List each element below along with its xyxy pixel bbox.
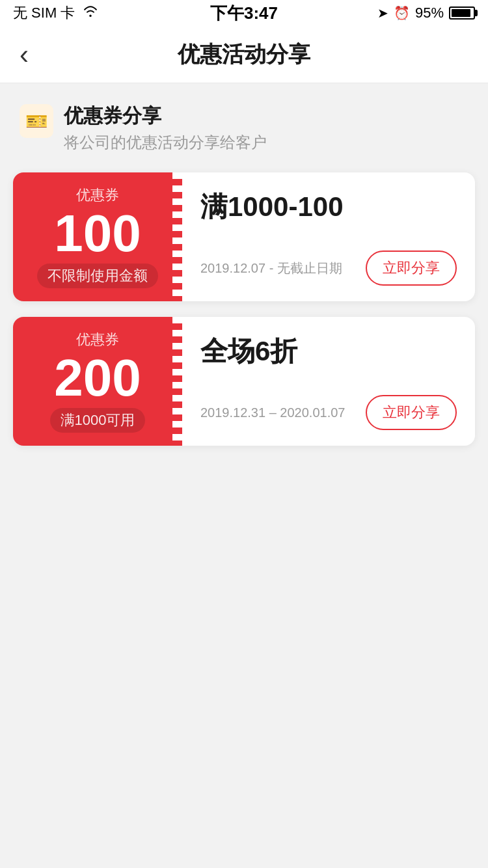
section-header: 🎫 优惠券分享 将公司的优惠活动分享给客户	[0, 83, 488, 166]
coupon-bottom-1: 2019.12.07 - 无截止日期 立即分享	[200, 251, 457, 286]
section-icon: 🎫	[20, 104, 53, 138]
coupon-list: 优惠券 100 不限制使用金额 满1000-100 2019.12.07 - 无…	[0, 166, 488, 474]
bottom-empty-area	[0, 474, 488, 865]
back-button[interactable]: ‹	[20, 39, 29, 70]
battery-icon	[449, 7, 475, 20]
coupon-left-section: 优惠券 100 不限制使用金额	[13, 172, 182, 301]
carrier-text: 无 SIM 卡	[13, 3, 75, 23]
status-time: 下午3:47	[210, 2, 278, 25]
coupon-date-2: 2019.12.31 – 2020.01.07	[200, 405, 359, 420]
wifi-icon	[81, 5, 100, 21]
coupon-date-1: 2019.12.07 - 无截止日期	[200, 260, 359, 277]
coupon-amount-2: 200	[54, 352, 141, 404]
coupon-condition-1: 不限制使用金额	[37, 264, 158, 288]
share-button-2[interactable]: 立即分享	[366, 395, 457, 430]
coupon-card: 优惠券 100 不限制使用金额 满1000-100 2019.12.07 - 无…	[13, 172, 475, 301]
coupon-title-1: 满1000-100	[200, 191, 457, 223]
alarm-icon: ⏰	[394, 5, 410, 21]
coupon-bottom-2: 2019.12.31 – 2020.01.07 立即分享	[200, 395, 457, 430]
back-icon: ‹	[20, 39, 29, 70]
coupon-right-section-2: 全场6折 2019.12.31 – 2020.01.07 立即分享	[182, 317, 475, 446]
status-left: 无 SIM 卡	[13, 3, 100, 23]
coupon-card-2: 优惠券 200 满1000可用 全场6折 2019.12.31 – 2020.0…	[13, 317, 475, 446]
share-button-1[interactable]: 立即分享	[366, 251, 457, 286]
location-icon: ➤	[377, 5, 388, 21]
battery-text: 95%	[415, 5, 444, 21]
coupon-icon: 🎫	[25, 111, 48, 132]
coupon-title-2: 全场6折	[200, 335, 457, 368]
section-subtitle: 将公司的优惠活动分享给客户	[64, 132, 267, 153]
section-text: 优惠券分享 将公司的优惠活动分享给客户	[64, 103, 267, 153]
coupon-label-1: 优惠券	[76, 185, 119, 205]
coupon-right-section-1: 满1000-100 2019.12.07 - 无截止日期 立即分享	[182, 172, 475, 301]
coupon-amount-1: 100	[54, 208, 141, 260]
page-title: 优惠活动分享	[178, 40, 310, 70]
status-right: ➤ ⏰ 95%	[377, 5, 475, 21]
status-bar: 无 SIM 卡 下午3:47 ➤ ⏰ 95%	[0, 0, 488, 26]
coupon-condition-2: 满1000可用	[50, 408, 146, 433]
coupon-left-section-2: 优惠券 200 满1000可用	[13, 317, 182, 446]
section-title: 优惠券分享	[64, 103, 267, 128]
nav-bar: ‹ 优惠活动分享	[0, 26, 488, 83]
coupon-label-2: 优惠券	[76, 330, 119, 349]
